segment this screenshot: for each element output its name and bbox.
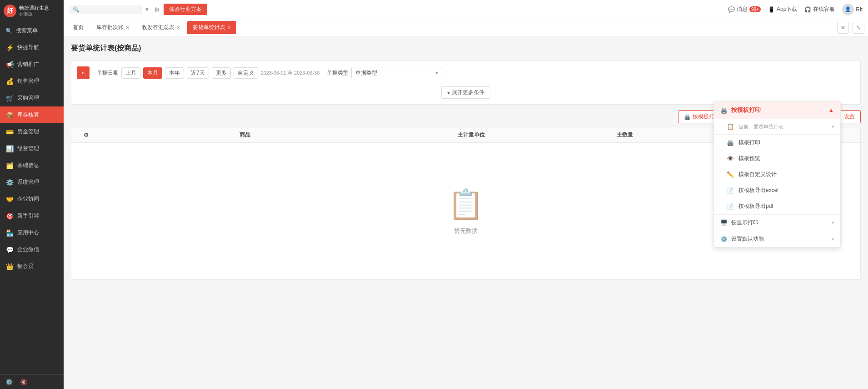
tab-receipt-summary[interactable]: 收发存汇总表 ✕: [136, 21, 185, 34]
sidebar-item-vip[interactable]: 👑 畅会员: [0, 258, 64, 275]
settings-icon-table[interactable]: ⚙: [84, 132, 89, 138]
topbar-gear-icon[interactable]: ⚙: [154, 6, 160, 13]
tab-requisition-stats[interactable]: 要货单统计表 ✕: [187, 21, 236, 34]
dropdown-current-item[interactable]: 📋 当前：要货单统计表 ▾: [714, 119, 840, 134]
sidebar-item-finance[interactable]: 💳 资金管理: [0, 123, 64, 140]
filter-expand-icon[interactable]: »: [77, 66, 90, 79]
topbar-search-input[interactable]: [81, 6, 136, 13]
nav-label-sales: 销售管理: [17, 77, 39, 85]
app-download-icon: 📱: [768, 6, 775, 13]
date-btn-this-year[interactable]: 本年: [165, 67, 184, 79]
topbar: 🔍 ▾ ⚙ 体验行业方案 💬 消息 99+ 📱 App下载 🎧 在线客服: [64, 0, 868, 19]
sidebar-item-operation[interactable]: 📊 经营管理: [0, 140, 64, 157]
dropdown-item-template-design[interactable]: ✏️ 模板自定义设计: [714, 167, 840, 182]
tab-receipt-summary-label: 收发存汇总表: [142, 24, 175, 31]
dropdown-item-export-pdf[interactable]: 📄 按模板导出pdf: [714, 198, 840, 214]
nav-label-enterprise: 企业协同: [17, 195, 39, 203]
tabbar-right: ✕ ⤡: [837, 22, 864, 34]
export-excel-icon: 📄: [727, 187, 734, 194]
system-icon: ⚙️: [5, 179, 14, 186]
sidebar-item-appstore[interactable]: 🏪 应用中心: [0, 224, 64, 241]
volume-icon[interactable]: 🔇: [20, 379, 27, 385]
weixin-icon: 💬: [5, 246, 14, 253]
sidebar-item-quicknav[interactable]: ⚡ 快捷导航: [0, 39, 64, 56]
nav-label-appstore: 应用中心: [17, 229, 39, 237]
tab-receipt-summary-close[interactable]: ✕: [176, 25, 180, 30]
date-filter-group: 单据日期 上月 本月 本年 近7天 更多 自定义 2023-06-01 至 20…: [97, 67, 319, 79]
dropdown-display-print-item[interactable]: 🖥️ 按显示打印 ▾: [714, 215, 840, 231]
user-avatar-item[interactable]: 👤 Rit: [842, 4, 863, 15]
sidebar-item-weixin[interactable]: 💬 企业微信: [0, 241, 64, 258]
date-btn-7days[interactable]: 近7天: [187, 67, 209, 79]
dropdown-print-icon: 🖨️: [720, 107, 728, 114]
logo-icon: 好: [4, 5, 16, 17]
sidebar-item-system[interactable]: ⚙️ 系统管理: [0, 174, 64, 191]
topbar-dropdown-icon[interactable]: ▾: [145, 6, 149, 13]
purchase-icon: 🛒: [5, 95, 14, 102]
topbar-search-area[interactable]: 🔍: [69, 5, 142, 14]
messages-badge: 99+: [749, 6, 761, 12]
dropdown-header[interactable]: 🖨️ 按模板打印 ▲: [714, 101, 840, 119]
tab-inventory-batch[interactable]: 库存批次账 ✕: [91, 21, 135, 34]
dropdown-close-chevron[interactable]: ▲: [828, 107, 834, 113]
online-service-item[interactable]: 🎧 在线客服: [804, 5, 835, 13]
date-btn-last-month[interactable]: 上月: [121, 67, 140, 79]
empty-text: 暂无数据: [454, 227, 478, 235]
app-download-label: App下载: [777, 5, 797, 13]
type-select-chevron: ▾: [435, 70, 438, 76]
dropdown-default-func-item[interactable]: ⚙️ 设置默认功能 ▾: [714, 231, 840, 247]
dropdown-display-print-section: 🖥️ 按显示打印 ▾: [714, 215, 840, 231]
display-print-label: 按显示打印: [731, 219, 758, 227]
tab-home[interactable]: 首页: [67, 21, 89, 34]
sidebar-item-marketing[interactable]: 📢 营销推广: [0, 56, 64, 73]
nav-label-operation: 经营管理: [17, 145, 39, 152]
display-print-left: 🖥️ 按显示打印: [720, 219, 758, 227]
tabbar: 首页 库存批次账 ✕ 收发存汇总表 ✕ 要货单统计表 ✕ ✕ ⤡: [64, 19, 868, 36]
user-avatar: 👤: [842, 4, 854, 15]
topbar-right: 💬 消息 99+ 📱 App下载 🎧 在线客服 👤 Rit: [728, 4, 863, 15]
dropdown-default-func-section: ⚙️ 设置默认功能 ▾: [714, 231, 840, 247]
messages-icon: 💬: [728, 6, 735, 13]
sidebar-item-basic[interactable]: 🗂️ 基础信息: [0, 157, 64, 174]
app-version: 标准版: [19, 11, 49, 17]
sidebar-item-guide[interactable]: 🎯 新手引导: [0, 207, 64, 224]
app-download-item[interactable]: 📱 App下载: [768, 5, 797, 13]
dropdown-items-section: 🖨️ 模板打印 👁️ 模板预览 ✏️ 模板自定义设计 📄 按模板导出excel …: [714, 135, 840, 215]
settings-icon[interactable]: ⚙️: [5, 379, 13, 385]
type-filter-label: 单据类型: [327, 69, 349, 77]
template-design-label: 模板自定义设计: [738, 171, 777, 178]
nav-label-guide: 新手引导: [17, 212, 39, 220]
sidebar-search[interactable]: 🔍 搜索菜单: [0, 22, 64, 39]
sidebar-item-inventory[interactable]: 📦 库存核算: [0, 106, 64, 123]
sidebar-item-sales[interactable]: 💰 销售管理: [0, 73, 64, 90]
sidebar-item-enterprise[interactable]: 🤝 企业协同: [0, 191, 64, 207]
messages-label: 消息: [737, 5, 748, 13]
date-filter-label: 单据日期: [97, 69, 119, 77]
settings-btn[interactable]: 设置: [838, 110, 861, 123]
empty-state: 📋 暂无数据: [420, 160, 511, 263]
messages-item[interactable]: 💬 消息 99+: [728, 5, 761, 13]
date-btn-this-month[interactable]: 本月: [143, 67, 162, 79]
tab-inventory-batch-label: 库存批次账: [96, 24, 124, 31]
expand-label: 展开更多条件: [452, 89, 484, 96]
dropdown-item-export-excel[interactable]: 📄 按模板导出excel: [714, 182, 840, 198]
template-design-icon: ✏️: [727, 171, 734, 178]
sidebar-nav: ⚡ 快捷导航 📢 营销推广 💰 销售管理 🛒 采购管理 📦 库存核算 💳 资金管…: [0, 39, 64, 374]
display-print-icon: 🖥️: [720, 219, 728, 226]
nav-label-weixin: 企业微信: [17, 246, 39, 253]
tab-close-all-btn[interactable]: ✕: [837, 22, 849, 34]
sales-icon: 💰: [5, 78, 14, 85]
tab-expand-btn[interactable]: ⤡: [853, 22, 864, 34]
tab-requisition-stats-close[interactable]: ✕: [227, 25, 231, 30]
expand-conditions-btn[interactable]: ▾ 展开更多条件: [441, 86, 490, 99]
template-print-icon: 🖨️: [727, 139, 734, 146]
date-btn-custom[interactable]: 自定义: [234, 67, 258, 79]
dropdown-current-section: 📋 当前：要货单统计表 ▾: [714, 119, 840, 135]
dropdown-item-template-print[interactable]: 🖨️ 模板打印: [714, 135, 840, 151]
type-filter-select[interactable]: 单据类型 ▾: [351, 67, 442, 79]
date-btn-more[interactable]: 更多: [212, 67, 231, 79]
tab-inventory-batch-close[interactable]: ✕: [125, 25, 129, 30]
sidebar-item-purchase[interactable]: 🛒 采购管理: [0, 90, 64, 106]
trial-button[interactable]: 体验行业方案: [164, 4, 207, 15]
dropdown-item-template-preview[interactable]: 👁️ 模板预览: [714, 151, 840, 167]
